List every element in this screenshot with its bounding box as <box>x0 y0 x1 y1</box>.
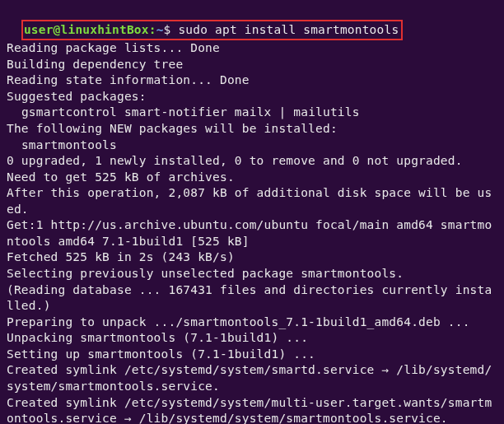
output-line: Suggested packages: <box>7 89 497 105</box>
output-line: After this operation, 2,087 kB of additi… <box>7 185 497 217</box>
prompt-dollar: $ <box>164 23 171 36</box>
output-line: The following NEW packages will be insta… <box>7 121 497 137</box>
output-line: Created symlink /etc/systemd/system/mult… <box>7 395 497 425</box>
output-line: Reading state information... Done <box>7 72 497 89</box>
output-line: Reading package lists... Done <box>7 40 497 57</box>
output-line: Preparing to unpack .../smartmontools_7.… <box>7 315 497 331</box>
output-line: Need to get 525 kB of archives. <box>7 170 497 186</box>
output-line: Created symlink /etc/systemd/system/smar… <box>7 362 497 394</box>
output-line: Building dependency tree <box>7 57 497 73</box>
output-line: 0 upgraded, 1 newly installed, 0 to remo… <box>7 153 497 170</box>
output-line: smartmontools <box>7 137 497 154</box>
output-line: Selecting previously unselected package … <box>7 266 497 282</box>
command-highlight-box: user@linuxhintBox:~$ sudo apt install sm… <box>21 20 403 41</box>
output-line: (Reading database ... 167431 files and d… <box>7 282 497 315</box>
output-line: Setting up smartmontools (7.1-1build1) .… <box>7 347 497 363</box>
output-line: Get:1 http://us.archive.ubuntu.com/ubunt… <box>7 217 497 249</box>
output-line: Unpacking smartmontools (7.1-1build1) ..… <box>7 330 497 347</box>
output-line: gsmartcontrol smart-notifier mailx | mai… <box>7 105 497 121</box>
prompt-user: user@linuxhintBox <box>24 23 149 36</box>
prompt-tilde: ~ <box>156 23 164 36</box>
command-text: sudo apt install smartmontools <box>178 23 399 36</box>
command-line[interactable]: user@linuxhintBox:~$ sudo apt install sm… <box>7 5 497 40</box>
output-line: Fetched 525 kB in 2s (243 kB/s) <box>7 249 497 266</box>
prompt-sep: : <box>149 23 156 36</box>
